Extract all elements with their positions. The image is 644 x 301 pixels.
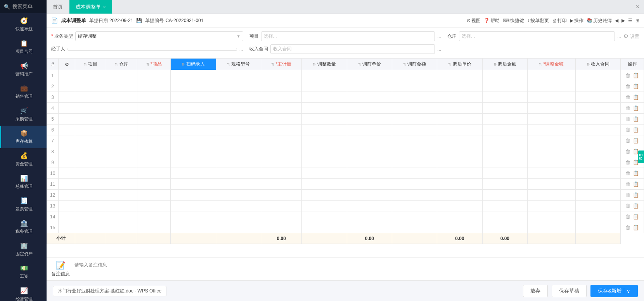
notes-label-btn[interactable]: 📝 备注信息 <box>51 261 70 277</box>
cell-after_amount[interactable] <box>482 211 527 222</box>
cell-prev_price[interactable] <box>347 168 392 179</box>
business-type-select[interactable]: 结存调整 ▼ <box>75 31 243 41</box>
print-btn[interactable]: 🖨 打印 <box>552 17 567 24</box>
cell-prev_amount[interactable] <box>392 70 437 81</box>
cell-settings[interactable] <box>59 92 75 103</box>
cell-income_contract[interactable] <box>575 157 621 168</box>
cell-unit[interactable] <box>261 190 302 201</box>
cell-warehouse[interactable] <box>106 81 137 92</box>
nav-next-btn[interactable]: ▶ <box>621 18 625 23</box>
tab-cost-adjust[interactable]: 成本调整单 × <box>69 0 112 14</box>
copy-icon[interactable]: 📋 <box>633 214 639 220</box>
copy-icon[interactable]: 📋 <box>633 138 639 144</box>
settings-gear-btn[interactable]: ⚙ 设置 <box>623 33 639 40</box>
cell-after_amount[interactable] <box>482 135 527 146</box>
cell-after_price[interactable] <box>437 211 482 222</box>
cell-settings[interactable] <box>59 168 75 179</box>
sidebar-item-fixed-assets[interactable]: 🏢 固定资产 <box>0 238 47 261</box>
sort-icon[interactable]: ⇅ <box>146 62 149 66</box>
cell-after_price[interactable] <box>437 114 482 125</box>
cell-adjust_qty[interactable] <box>302 168 347 179</box>
cell-adjust_amount[interactable] <box>528 211 575 222</box>
cell-adjust_amount[interactable] <box>528 103 575 114</box>
cell-product[interactable] <box>137 157 171 168</box>
delete-icon[interactable]: 🗑 <box>625 138 630 144</box>
cell-after_price[interactable] <box>437 70 482 81</box>
handler-ellipsis[interactable]: ... <box>239 47 243 52</box>
cell-product[interactable] <box>137 81 171 92</box>
cell-unit[interactable] <box>261 135 302 146</box>
cell-after_price[interactable] <box>437 92 482 103</box>
cell-spec[interactable] <box>216 211 261 222</box>
cell-spec[interactable] <box>216 125 261 135</box>
cell-adjust_qty[interactable] <box>302 125 347 135</box>
cell-product[interactable] <box>137 190 171 201</box>
sort-icon[interactable]: ⇅ <box>182 62 185 66</box>
cell-unit[interactable] <box>261 103 302 114</box>
cell-scan[interactable] <box>171 70 216 81</box>
delete-icon[interactable]: 🗑 <box>625 203 630 209</box>
cell-prev_amount[interactable] <box>392 92 437 103</box>
cell-project[interactable] <box>75 92 106 103</box>
sort-icon[interactable]: ⇅ <box>493 62 497 66</box>
cell-income_contract[interactable] <box>575 114 621 125</box>
copy-icon[interactable]: 📋 <box>633 192 639 198</box>
cell-warehouse[interactable] <box>106 201 137 211</box>
cell-adjust_amount[interactable] <box>528 190 575 201</box>
cell-adjust_qty[interactable] <box>302 157 347 168</box>
cell-prev_price[interactable] <box>347 81 392 92</box>
cell-prev_price[interactable] <box>347 125 392 135</box>
cell-after_price[interactable] <box>437 157 482 168</box>
cell-adjust_amount[interactable] <box>528 70 575 81</box>
cell-after_price[interactable] <box>437 179 482 190</box>
cell-warehouse[interactable] <box>106 222 137 233</box>
cell-prev_price[interactable] <box>347 146 392 157</box>
income-contract-ellipsis[interactable]: ... <box>437 47 441 52</box>
cell-settings[interactable] <box>59 103 75 114</box>
cell-warehouse[interactable] <box>106 103 137 114</box>
cell-prev_amount[interactable] <box>392 146 437 157</box>
cell-after_amount[interactable] <box>482 179 527 190</box>
sidebar-item-inventory[interactable]: 📦 库存核算 <box>0 126 47 148</box>
cell-project[interactable] <box>75 125 106 135</box>
sidebar-item-purchase-mgmt[interactable]: 🛒 采购管理 <box>0 103 47 126</box>
cell-adjust_amount[interactable] <box>528 125 575 135</box>
cell-adjust_qty[interactable] <box>302 135 347 146</box>
cell-product[interactable] <box>137 201 171 211</box>
income-contract-select[interactable]: 收入合同 <box>270 44 435 54</box>
notes-input[interactable] <box>73 261 639 269</box>
cell-project[interactable] <box>75 222 106 233</box>
cell-warehouse[interactable] <box>106 157 137 168</box>
delete-icon[interactable]: 🗑 <box>625 127 630 133</box>
sort-icon[interactable]: ⇅ <box>115 62 118 66</box>
copy-icon[interactable]: 📋 <box>633 170 639 176</box>
save-new-button[interactable]: 保存&新增 ∨ <box>590 285 638 297</box>
cell-prev_amount[interactable] <box>392 81 437 92</box>
delete-icon[interactable]: 🗑 <box>625 225 630 230</box>
cell-warehouse[interactable] <box>106 179 137 190</box>
cell-after_amount[interactable] <box>482 92 527 103</box>
cell-after_amount[interactable] <box>482 125 527 135</box>
history-btn[interactable]: 📚 历史账簿 <box>587 17 612 24</box>
cell-spec[interactable] <box>216 222 261 233</box>
cell-unit[interactable] <box>261 179 302 190</box>
cell-product[interactable] <box>137 103 171 114</box>
sort-icon[interactable]: ⇅ <box>587 62 590 66</box>
cell-settings[interactable] <box>59 179 75 190</box>
cell-scan[interactable] <box>171 92 216 103</box>
delete-icon[interactable]: 🗑 <box>625 94 630 100</box>
cell-settings[interactable] <box>59 114 75 125</box>
view-list-btn[interactable]: ☰ <box>628 18 632 23</box>
sort-icon[interactable]: ⇅ <box>227 62 230 66</box>
cell-settings[interactable] <box>59 222 75 233</box>
prev-next-btn[interactable]: ↕ 按单翻页 <box>527 17 549 24</box>
view-btn[interactable]: ⊙ 视图 <box>467 17 481 24</box>
cell-prev_amount[interactable] <box>392 190 437 201</box>
cell-spec[interactable] <box>216 92 261 103</box>
cell-adjust_amount[interactable] <box>528 222 575 233</box>
save-new-arrow[interactable]: ∨ <box>624 288 630 294</box>
cell-spec[interactable] <box>216 146 261 157</box>
cell-prev_price[interactable] <box>347 157 392 168</box>
cell-after_amount[interactable] <box>482 81 527 92</box>
cell-scan[interactable] <box>171 146 216 157</box>
